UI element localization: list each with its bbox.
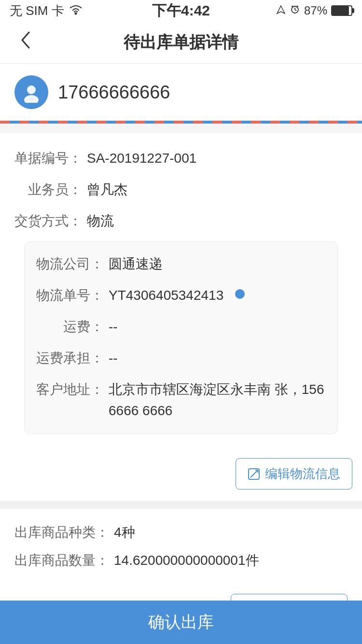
- address-row: 客户地址： 北京市市辖区海淀区永丰南 张，156 6666 6666: [36, 379, 326, 422]
- logistics-company-value: 圆通速递: [104, 253, 326, 275]
- svg-line-4: [295, 10, 296, 11]
- logistics-card: 物流公司： 圆通速递 物流单号： YT43064053424​13: [24, 241, 338, 434]
- logistics-company-label: 物流公司：: [36, 253, 104, 275]
- address-value: 北京市市辖区海淀区永丰南 张，156 6666 6666: [104, 379, 326, 422]
- dashed-divider: [0, 121, 362, 124]
- tracking-no-row: 物流单号： YT43064053424​13: [36, 285, 326, 307]
- carrier-text: 无 SIM 卡: [10, 2, 64, 19]
- goods-section: 出库商品种类： 4种 出库商品数量： 14.620000000000001件: [0, 509, 362, 584]
- goods-type-value: 4种: [109, 523, 135, 542]
- edit-logistics-button[interactable]: 编辑物流信息: [236, 458, 352, 490]
- map-pin-icon[interactable]: [231, 287, 249, 305]
- goods-quantity-row: 出库商品数量： 14.620000000000001件: [14, 551, 348, 570]
- svg-point-0: [74, 12, 77, 14]
- delivery-method-value: 物流: [82, 210, 348, 232]
- edit-btn-row: 编辑物流信息: [0, 448, 362, 501]
- back-button[interactable]: [14, 26, 36, 59]
- freight-row: 运费： --: [36, 316, 326, 338]
- sales-person-value: 曾凡杰: [82, 179, 348, 201]
- freight-label: 运费：: [36, 316, 104, 338]
- alarm-icon: [290, 4, 300, 17]
- svg-line-12: [251, 471, 257, 477]
- svg-point-8: [24, 95, 39, 103]
- order-info-section: 单据编号： SA-20191227-001 业务员： 曾凡杰 交货方式： 物流 …: [0, 133, 362, 448]
- battery-icon: [331, 5, 352, 16]
- nav-bar: 待出库单据详情: [0, 21, 362, 64]
- sales-person-label: 业务员：: [14, 179, 82, 201]
- status-bar: 无 SIM 卡 下午4:42 87%: [0, 0, 362, 21]
- edit-logistics-label: 编辑物流信息: [265, 465, 340, 482]
- goods-type-label: 出库商品种类：: [14, 523, 109, 542]
- address-label: 客户地址：: [36, 379, 104, 401]
- freight-bearer-value: --: [104, 348, 326, 369]
- svg-marker-1: [277, 6, 285, 14]
- page-title: 待出库单据详情: [124, 31, 238, 54]
- content-area: 17666666666 单据编号： SA-20191227-001 业务员： 曾…: [0, 64, 362, 644]
- order-no-value: SA-20191227-001: [82, 148, 348, 169]
- goods-quantity-value: 14.620000000000001件: [109, 551, 259, 570]
- wifi-icon: [69, 3, 83, 18]
- tracking-no-value: YT43064053424​13: [104, 285, 326, 307]
- logistics-company-row: 物流公司： 圆通速递: [36, 253, 326, 275]
- goods-quantity-label: 出库商品数量：: [14, 551, 109, 570]
- status-time: 下午4:42: [152, 1, 210, 21]
- section-separator: [0, 501, 362, 509]
- status-left: 无 SIM 卡: [10, 2, 83, 19]
- confirm-outbound-button[interactable]: 确认出库: [0, 611, 362, 633]
- bottom-btn-area: 确认出库: [0, 601, 362, 644]
- edit-icon: [248, 468, 260, 480]
- order-no-label: 单据编号：: [14, 148, 82, 169]
- location-arrow-icon: [276, 4, 286, 17]
- tracking-no-label: 物流单号：: [36, 285, 104, 307]
- goods-type-row: 出库商品种类： 4种: [14, 523, 348, 542]
- order-no-row: 单据编号： SA-20191227-001: [14, 148, 348, 169]
- customer-header: 17666666666: [0, 64, 362, 121]
- sales-person-row: 业务员： 曾凡杰: [14, 179, 348, 201]
- freight-bearer-row: 运费承担： --: [36, 348, 326, 369]
- delivery-method-label: 交货方式：: [14, 210, 82, 232]
- delivery-method-row: 交货方式： 物流: [14, 210, 348, 232]
- freight-value: --: [104, 316, 326, 338]
- customer-phone: 17666666666: [58, 82, 170, 103]
- status-right: 87%: [276, 4, 352, 17]
- svg-point-7: [27, 85, 36, 94]
- avatar: [14, 75, 48, 109]
- battery-percentage: 87%: [304, 4, 327, 17]
- freight-bearer-label: 运费承担：: [36, 348, 104, 369]
